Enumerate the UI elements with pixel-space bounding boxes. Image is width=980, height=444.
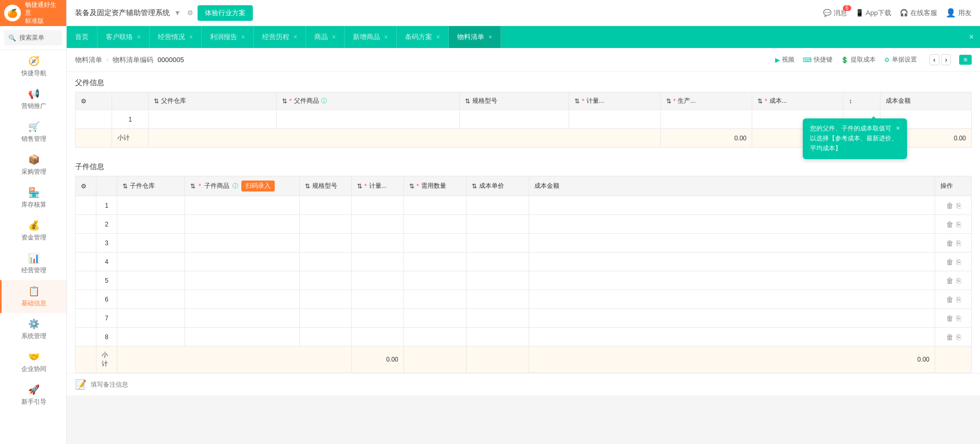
message-action[interactable]: 💬 消息 6 bbox=[823, 8, 847, 18]
shortcut-action[interactable]: ⌨ 快捷键 bbox=[803, 55, 832, 64]
parent-row1-product[interactable] bbox=[276, 110, 459, 129]
tab-new-product-close[interactable]: × bbox=[384, 33, 388, 41]
child-row3-warehouse[interactable] bbox=[117, 234, 185, 253]
child-row7-qty[interactable] bbox=[404, 309, 467, 328]
breadcrumb-bom[interactable]: 物料清单 bbox=[75, 55, 102, 65]
sidebar-item-operations[interactable]: 📊 经营管理 bbox=[0, 247, 66, 280]
online-service-action[interactable]: 🎧 在线客服 bbox=[900, 8, 937, 18]
child-row4-measure[interactable] bbox=[352, 253, 404, 271]
child-row5-measure[interactable] bbox=[352, 271, 404, 290]
copy-icon[interactable]: ⎘ bbox=[957, 201, 961, 210]
child-row7-price[interactable] bbox=[467, 309, 529, 328]
child-row2-measure[interactable] bbox=[352, 215, 404, 234]
child-row1-qty[interactable] bbox=[404, 196, 467, 215]
child-row3-qty[interactable] bbox=[404, 234, 467, 253]
nav-close-all[interactable]: × bbox=[963, 32, 980, 42]
tab-new-product[interactable]: 新增商品 × bbox=[345, 26, 397, 48]
tooltip-close-button[interactable]: × bbox=[896, 124, 900, 134]
child-row8-qty[interactable] bbox=[404, 328, 467, 346]
tab-operations-close[interactable]: × bbox=[189, 33, 193, 41]
dropdown-arrow-icon[interactable]: ▼ bbox=[174, 9, 181, 17]
delete-icon[interactable]: 🗑 bbox=[946, 277, 953, 285]
copy-icon[interactable]: ⎘ bbox=[957, 277, 961, 285]
child-row7-spec[interactable] bbox=[300, 309, 352, 328]
tab-bom[interactable]: 物料清单 × bbox=[449, 26, 501, 48]
child-price-sort-icon[interactable]: ⇅ bbox=[472, 183, 477, 190]
delete-icon[interactable]: 🗑 bbox=[946, 333, 953, 341]
child-row4-warehouse[interactable] bbox=[117, 253, 185, 271]
child-qty-sort-icon[interactable]: ⇅ bbox=[409, 183, 414, 190]
sidebar-item-basic-info[interactable]: 📋 基础信息 bbox=[0, 280, 66, 313]
app-download-action[interactable]: 📱 App下载 bbox=[855, 8, 891, 18]
child-row6-warehouse[interactable] bbox=[117, 290, 185, 309]
child-row1-product[interactable] bbox=[185, 196, 300, 215]
child-row8-product[interactable] bbox=[185, 328, 300, 346]
child-row2-price[interactable] bbox=[467, 215, 529, 234]
sidebar-item-marketing[interactable]: 📢 营销推广 bbox=[0, 83, 66, 116]
parent-produce-sort-icon[interactable]: ⇅ bbox=[666, 98, 671, 105]
tab-home[interactable]: 首页 bbox=[67, 26, 97, 48]
delete-icon[interactable]: 🗑 bbox=[946, 201, 953, 210]
trial-button[interactable]: 体验行业方案 bbox=[198, 5, 253, 21]
child-row1-spec[interactable] bbox=[300, 196, 352, 215]
sidebar-item-quick-nav[interactable]: 🧭 快捷导航 bbox=[0, 50, 66, 83]
parent-spec-sort-icon[interactable]: ⇅ bbox=[465, 98, 470, 105]
child-row7-warehouse[interactable] bbox=[117, 309, 185, 328]
child-row3-spec[interactable] bbox=[300, 234, 352, 253]
sidebar-item-finance[interactable]: 💰 资金管理 bbox=[0, 214, 66, 247]
child-row6-measure[interactable] bbox=[352, 290, 404, 309]
child-row4-qty[interactable] bbox=[404, 253, 467, 271]
single-settings-action[interactable]: ⚙ 单据设置 bbox=[884, 55, 917, 64]
child-row3-price[interactable] bbox=[467, 234, 529, 253]
delete-icon[interactable]: 🗑 bbox=[946, 295, 953, 304]
parent-sort-icon[interactable]: ↕ bbox=[849, 98, 852, 105]
tab-customer-close[interactable]: × bbox=[137, 33, 141, 41]
parent-product-sort-icon[interactable]: ⇅ bbox=[282, 98, 287, 105]
child-row3-product[interactable] bbox=[185, 234, 300, 253]
child-row6-spec[interactable] bbox=[300, 290, 352, 309]
delete-icon[interactable]: 🗑 bbox=[946, 239, 953, 247]
copy-icon[interactable]: ⎘ bbox=[957, 295, 961, 304]
tab-profit[interactable]: 利润报告 × bbox=[202, 26, 254, 48]
child-row4-product[interactable] bbox=[185, 253, 300, 271]
parent-warehouse-sort-icon[interactable]: ⇅ bbox=[154, 98, 159, 105]
copy-icon[interactable]: ⎘ bbox=[957, 333, 961, 341]
sidebar-item-purchase[interactable]: 📦 采购管理 bbox=[0, 149, 66, 182]
breadcrumb-code-label[interactable]: 物料清单编码 bbox=[113, 55, 153, 65]
parent-row1-warehouse[interactable] bbox=[149, 110, 277, 129]
list-view-button[interactable]: ≡ bbox=[959, 55, 972, 65]
child-row3-measure[interactable] bbox=[352, 234, 404, 253]
parent-col-settings[interactable]: ⚙ bbox=[76, 92, 112, 110]
copy-icon[interactable]: ⎘ bbox=[957, 314, 961, 322]
child-row2-spec[interactable] bbox=[300, 215, 352, 234]
child-row6-qty[interactable] bbox=[404, 290, 467, 309]
child-product-sort-icon[interactable]: ⇅ bbox=[190, 183, 195, 190]
next-button[interactable]: › bbox=[941, 54, 951, 65]
extract-cost-action[interactable]: 💲 提取成本 bbox=[841, 55, 876, 64]
parent-row1-measure[interactable] bbox=[569, 110, 660, 129]
tab-profit-close[interactable]: × bbox=[241, 33, 245, 41]
search-menu-button[interactable]: 🔍 搜索菜单 bbox=[4, 30, 62, 45]
child-row5-price[interactable] bbox=[467, 271, 529, 290]
settings-icon[interactable]: ⚙ bbox=[187, 9, 193, 17]
delete-icon[interactable]: 🗑 bbox=[946, 258, 953, 266]
scan-input-button[interactable]: 扫码录入 bbox=[241, 181, 275, 191]
tab-operations[interactable]: 经营情况 × bbox=[150, 26, 202, 48]
sidebar-item-guide[interactable]: 🚀 新手引导 bbox=[0, 379, 66, 412]
child-row5-product[interactable] bbox=[185, 271, 300, 290]
child-row4-spec[interactable] bbox=[300, 253, 352, 271]
delete-icon[interactable]: 🗑 bbox=[946, 220, 953, 229]
tab-history-close[interactable]: × bbox=[293, 33, 297, 41]
child-row7-measure[interactable] bbox=[352, 309, 404, 328]
child-row5-qty[interactable] bbox=[404, 271, 467, 290]
child-row6-product[interactable] bbox=[185, 290, 300, 309]
sidebar-item-system[interactable]: ⚙️ 系统管理 bbox=[0, 313, 66, 346]
child-row1-measure[interactable] bbox=[352, 196, 404, 215]
user-action[interactable]: 👤 用友 bbox=[946, 8, 972, 18]
child-row8-measure[interactable] bbox=[352, 328, 404, 346]
tab-barcode[interactable]: 条码方案 × bbox=[397, 26, 449, 48]
child-measure-sort-icon[interactable]: ⇅ bbox=[357, 183, 362, 190]
child-warehouse-sort-icon[interactable]: ⇅ bbox=[123, 183, 128, 190]
tab-history[interactable]: 经营历程 × bbox=[254, 26, 306, 48]
parent-row1-spec[interactable] bbox=[459, 110, 569, 129]
